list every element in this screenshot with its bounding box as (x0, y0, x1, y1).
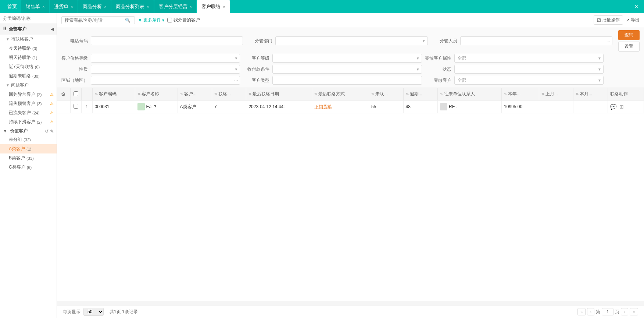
pagination-nav-buttons: « ‹ 第 页 › » (577, 308, 638, 315)
batch-op-button[interactable]: ☑ 批量操作 (594, 15, 623, 25)
manager-input[interactable] (460, 36, 612, 45)
sidebar-item-a-class[interactable]: A类客户 (1) (0, 144, 57, 153)
close-customer-contact-tab[interactable]: × (223, 4, 225, 9)
my-customers-checkbox[interactable] (167, 18, 172, 22)
row-last-date-cell: 2023-04-12 14:44: (246, 100, 312, 113)
all-customers-header[interactable]: ⠿ 全部客户 ◀ (0, 24, 57, 35)
warn-icon-churn: ⚠ (50, 101, 54, 106)
edit-icon[interactable]: ✎ (50, 129, 54, 134)
last-method-link[interactable]: 下销货单 (314, 104, 332, 109)
sidebar-item-repurchase[interactable]: 回购异常客户 (2) ⚠ (0, 90, 57, 99)
sidebar-item-repurchase-info: 回购异常客户 (2) (9, 91, 42, 98)
nature-select[interactable] (91, 65, 240, 74)
table-gear-icon[interactable]: ⚙ (61, 91, 66, 97)
col-this-year[interactable]: ⇅本年... (502, 88, 539, 100)
col-this-month[interactable]: ⇅本月... (573, 88, 608, 100)
sidebar-item-declining[interactable]: 持续下滑客户 (2) ⚠ (0, 117, 57, 127)
tab-customer-contact[interactable]: 客户联络 × (197, 0, 229, 13)
filter-field-customer-type: 客户类型 (243, 76, 422, 85)
last-page-btn[interactable]: » (630, 308, 638, 315)
per-page-select[interactable]: 50 100 (83, 308, 104, 316)
close-product-analysis-tab[interactable]: × (104, 4, 106, 9)
sidebar-item-ungroup[interactable]: 未分组 (32) (0, 135, 57, 144)
sidebar-item-churned[interactable]: 已流失客户 (24) ⚠ (0, 108, 57, 117)
next-page-btn[interactable]: › (621, 308, 628, 315)
dept-select[interactable] (275, 36, 427, 45)
close-customer-segment-tab[interactable]: × (190, 4, 192, 9)
first-page-btn[interactable]: « (577, 308, 586, 315)
batch-op-label: 批量操作 (602, 17, 620, 23)
scatter-attr-select[interactable]: 全部 (454, 54, 604, 63)
refresh-icon[interactable]: ↺ (45, 129, 49, 134)
setting-button[interactable]: 设置 (618, 42, 640, 52)
sidebar-item-overdue-info: 逾期未联络 (30) (9, 73, 40, 79)
col-last-month[interactable]: ⇅上月... (539, 88, 573, 100)
manager-label: 分管人员 (431, 38, 460, 44)
scatter-select[interactable]: 全部 (454, 76, 604, 85)
tab-home[interactable]: 首页 (3, 0, 21, 13)
customer-type-input[interactable] (272, 76, 422, 85)
sidebar-item-churn-warning[interactable]: 流失预警客户 (3) ⚠ (0, 99, 57, 108)
filter-icon: ▼ (138, 18, 142, 23)
pending-group-header[interactable]: ▼ 待联络客户 (0, 35, 57, 44)
close-purchase-tab[interactable]: × (71, 4, 73, 9)
filter-search-icon[interactable]: 🔍 (125, 18, 130, 23)
sidebar-item-c-class[interactable]: C类客户 (6) (0, 163, 57, 172)
col-contact[interactable]: ⇅联络... (212, 88, 246, 100)
region-input[interactable] (91, 76, 240, 85)
col-name[interactable]: ⇅客户名称 (135, 88, 178, 100)
table-row: 1 000031 Ea ？ A类客户 7 2023-04-12 14:44: (57, 100, 644, 113)
table-horizontal-scrollbar[interactable] (57, 301, 644, 305)
problem-group-header[interactable]: ▼ 问题客户 (0, 81, 57, 90)
query-button[interactable]: 查询 (618, 30, 640, 40)
col-uncontacted[interactable]: ⇅未联... (369, 88, 403, 100)
status-select[interactable] (454, 65, 604, 74)
sidebar-item-today[interactable]: 今天待联络 (0) (0, 44, 57, 53)
price-level-select[interactable] (91, 54, 240, 63)
sidebar-item-week[interactable]: 近7天待联络 (0) (0, 62, 57, 71)
row-checkbox[interactable] (74, 104, 78, 109)
tab-purchase[interactable]: 进货单 × (50, 0, 77, 13)
col-gear[interactable]: ⚙ (57, 88, 70, 100)
more-conditions-btn[interactable]: ▼ 更多条件 ▾ (138, 17, 164, 23)
chat-action-icon[interactable]: 💬 (610, 104, 616, 110)
tab-purchase-label: 进货单 (54, 3, 68, 10)
my-customers-filter[interactable]: 我分管的客户 (167, 17, 200, 23)
customer-level-label: 客户等级 (243, 55, 272, 61)
sidebar-item-b-class[interactable]: B类客户 (33) (0, 153, 57, 163)
close-sales-tab[interactable]: × (42, 4, 44, 9)
tab-customer-segment[interactable]: 客户分层经营 × (154, 0, 196, 13)
sidebar-item-overdue[interactable]: 逾期未联络 (30) (0, 71, 57, 81)
close-all-tabs[interactable]: × (632, 3, 641, 10)
filter-field-dept: 分管部门 ▼ (246, 36, 427, 45)
col-overdue[interactable]: ⇅逾期... (403, 88, 437, 100)
grid-action-icon[interactable]: ⊞ (619, 104, 624, 110)
tab-sales-label: 销售单 (26, 3, 40, 10)
prev-page-btn[interactable]: ‹ (587, 308, 594, 315)
customer-name-text[interactable]: Ea (146, 104, 152, 109)
sidebar-collapse-icon[interactable]: ◀ (51, 27, 54, 32)
customer-level-select[interactable] (272, 54, 422, 63)
all-customers-label: ⠿ 全部客户 (3, 26, 26, 32)
close-product-analysis-list-tab[interactable]: × (147, 4, 149, 9)
data-table-container: ⚙ ⇅客户编码 ⇅客户名称 ⇅客户... ⇅联络... ⇅最后联络日期 ⇅最后联… (57, 88, 644, 301)
sidebar-item-tomorrow[interactable]: 明天待联络 (1) (0, 53, 57, 62)
col-code[interactable]: ⇅客户编码 (92, 88, 135, 100)
page-number-input[interactable] (602, 308, 613, 315)
tab-customer-segment-label: 客户分层经营 (159, 3, 187, 10)
select-all-checkbox[interactable] (74, 91, 78, 96)
tab-sales[interactable]: 销售单 × (21, 0, 49, 13)
top-navigation: 首页 销售单 × 进货单 × 商品分析 × 商品分析列表 × 客户分层经营 × … (0, 0, 644, 13)
tab-product-analysis-list[interactable]: 商品分析列表 × (111, 0, 153, 13)
payment-select[interactable] (272, 65, 422, 74)
phone-input[interactable] (91, 36, 243, 45)
col-type[interactable]: ⇅客户... (178, 88, 212, 100)
col-last-method[interactable]: ⇅最后联络方式 (312, 88, 369, 100)
export-button[interactable]: ↗ 导出 (626, 17, 640, 23)
sidebar-search-input[interactable] (3, 16, 57, 21)
filter-search-input[interactable] (65, 18, 124, 23)
col-last-date[interactable]: ⇅最后联络日期 (246, 88, 312, 100)
value-group-arrow: ▼ (3, 128, 7, 134)
tab-product-analysis[interactable]: 商品分析 × (78, 0, 111, 13)
col-company-contact[interactable]: ⇅往来单位联系人 (438, 88, 502, 100)
